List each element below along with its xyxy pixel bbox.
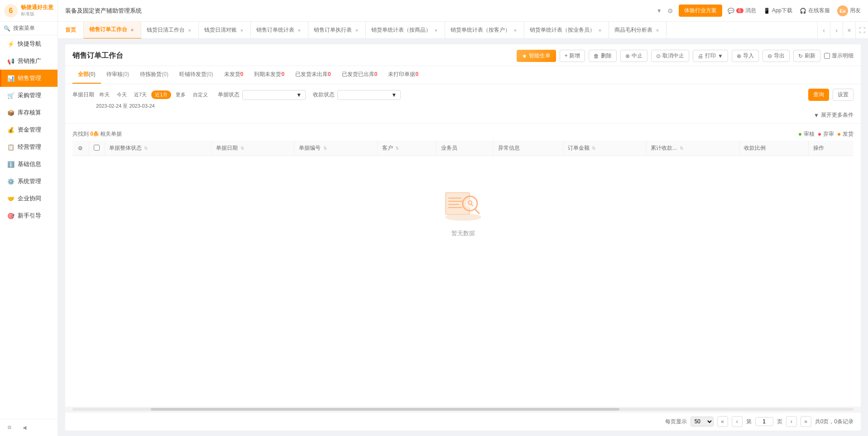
- th-checkbox[interactable]: [89, 141, 104, 156]
- tabs-prev-btn[interactable]: ‹: [817, 22, 830, 39]
- last-page-btn[interactable]: »: [801, 416, 811, 427]
- sub-tab-unshipped[interactable]: 未发货0: [219, 66, 249, 84]
- tab-cash-reconcile[interactable]: 钱货日清对账 ×: [199, 22, 251, 39]
- tabs-maximize-btn[interactable]: ⛶: [855, 22, 868, 39]
- th-cumulative[interactable]: 累计收款... ⇅: [646, 141, 739, 156]
- sub-tab-shop-pending[interactable]: 旺铺待发货(0): [174, 66, 219, 84]
- sub-tab-shipped-out[interactable]: 已发货已出库0: [336, 66, 383, 84]
- approve-action-btn[interactable]: 审核: [799, 130, 815, 138]
- ship-action-btn[interactable]: 发货: [838, 130, 854, 138]
- print-btn[interactable]: 🖨 打印 ▼: [693, 50, 728, 62]
- sidebar-item-inventory[interactable]: 📦 库存核算: [0, 104, 58, 121]
- date-opt-yesterday[interactable]: 昨天: [97, 90, 112, 99]
- solution-button[interactable]: 体验行业方案: [679, 5, 722, 17]
- show-detail-label[interactable]: 显示明细: [824, 52, 854, 60]
- smart-order-btn[interactable]: ★ 智能生单: [517, 50, 556, 62]
- sidebar-item-guide[interactable]: 🎯 新手引导: [0, 207, 58, 224]
- column-settings-icon[interactable]: ⚙: [78, 145, 83, 152]
- date-opt-today[interactable]: 今天: [114, 90, 129, 99]
- tab-sales-stats[interactable]: 销售订单统计表 ×: [251, 22, 308, 39]
- tab-close-btn[interactable]: ×: [597, 27, 603, 33]
- sub-tab-all[interactable]: 全部(0): [72, 66, 101, 84]
- sidebar-settings-btn[interactable]: ⚙: [4, 423, 15, 432]
- date-opt-custom[interactable]: 自定义: [190, 90, 211, 99]
- tab-close-btn[interactable]: ×: [239, 27, 245, 33]
- tab-sales-salesperson[interactable]: 销货单统计表（按业务员） ×: [524, 22, 609, 39]
- date-opt-more[interactable]: 更多: [173, 90, 188, 99]
- sidebar-item-quick-nav[interactable]: ⚡ 快捷导航: [0, 35, 58, 52]
- sidebar-item-label: 快捷导航: [18, 40, 41, 48]
- payment-select[interactable]: ▼: [337, 90, 401, 100]
- sidebar-collapse-btn[interactable]: ◀: [19, 423, 30, 432]
- status-select[interactable]: ▼: [242, 90, 306, 100]
- add-btn[interactable]: + 新增: [560, 50, 585, 62]
- topbar-online-service[interactable]: 🎧 在线客服: [800, 7, 830, 14]
- unapprove-action-btn[interactable]: 弃审: [818, 130, 834, 138]
- topbar-app-download[interactable]: 📱 App下载: [763, 7, 792, 14]
- sidebar-item-system[interactable]: ⚙️ 系统管理: [0, 173, 58, 190]
- select-all-checkbox[interactable]: [94, 145, 100, 151]
- th-salesperson[interactable]: 业务员: [436, 141, 494, 156]
- date-opt-7days[interactable]: 近7天: [131, 90, 149, 99]
- tab-close-btn[interactable]: ×: [187, 27, 193, 33]
- show-detail-checkbox[interactable]: [824, 53, 830, 59]
- first-page-btn[interactable]: «: [717, 416, 728, 427]
- th-status[interactable]: 单据整体状态 ⇅: [104, 141, 211, 156]
- sidebar-item-marketing[interactable]: 📢 营销推广: [0, 52, 58, 70]
- delete-btn[interactable]: 🗑 删除: [589, 50, 617, 62]
- tab-close-btn[interactable]: ×: [296, 27, 302, 33]
- date-opt-1month[interactable]: 近1月: [151, 90, 171, 99]
- prev-page-btn[interactable]: ‹: [732, 416, 743, 427]
- settings-gear-icon[interactable]: ⚙: [667, 7, 673, 14]
- sub-tab-pending-review[interactable]: 待审核(0): [101, 66, 135, 84]
- tab-close-btn[interactable]: ×: [512, 27, 518, 33]
- tabs-next-btn[interactable]: ›: [830, 22, 843, 39]
- sidebar-item-finance[interactable]: 💰 资金管理: [0, 121, 58, 138]
- sidebar-item-search[interactable]: 🔍 搜索菜单: [0, 22, 58, 35]
- sidebar-item-management[interactable]: 📋 经营管理: [0, 138, 58, 156]
- th-number[interactable]: 单据编号 ⇅: [294, 141, 377, 156]
- page-input[interactable]: [755, 417, 773, 426]
- import-btn[interactable]: ⊕ 导入: [732, 50, 759, 62]
- sub-tab-shipped-not-out[interactable]: 已发货未出库0: [290, 66, 336, 84]
- sub-tab-overdue-ship[interactable]: 到期未发货0: [249, 66, 290, 84]
- sidebar-item-cooperation[interactable]: 🤝 企业协同: [0, 190, 58, 207]
- topbar-user[interactable]: Ea 用友: [837, 5, 861, 16]
- tab-close-btn[interactable]: ×: [354, 27, 360, 33]
- tab-close-btn[interactable]: ×: [433, 27, 439, 33]
- scrollbar-thumb[interactable]: [151, 408, 619, 411]
- th-setting[interactable]: ⚙: [72, 141, 89, 156]
- refresh-btn[interactable]: ↻ 刷新: [793, 50, 820, 62]
- th-customer[interactable]: 客户 ⇅: [377, 141, 436, 156]
- sidebar-item-sales[interactable]: 📊 销售管理: [0, 70, 58, 87]
- tab-sales-customer[interactable]: 销货单统计表（按客户） ×: [445, 22, 524, 39]
- tab-home[interactable]: 首页: [58, 22, 84, 39]
- th-payment-ratio[interactable]: 收款比例: [739, 141, 809, 156]
- tab-sales-exec[interactable]: 销售订单执行表 ×: [308, 22, 366, 39]
- th-date[interactable]: 单据日期 ⇅: [211, 141, 294, 156]
- stop-btn[interactable]: ⊗ 中止: [620, 50, 647, 62]
- sidebar-item-purchase[interactable]: 🛒 采购管理: [0, 87, 58, 104]
- tabs-close-all-btn[interactable]: ×: [843, 22, 855, 39]
- dropdown-arrow-icon[interactable]: ▼: [657, 8, 662, 14]
- page-size-select[interactable]: 50 20 100: [691, 417, 714, 427]
- topbar-message[interactable]: 💬 6 消息: [728, 7, 756, 14]
- tab-close-btn[interactable]: ×: [654, 27, 661, 33]
- tab-cash-daily[interactable]: 钱货日清工作台 ×: [141, 22, 199, 39]
- cancel-stop-btn[interactable]: ⊙ 取消中止: [651, 50, 689, 62]
- tab-gross-margin[interactable]: 商品毛利分析表 ×: [609, 22, 667, 39]
- tab-sales-goods[interactable]: 销货单统计表（按商品） ×: [366, 22, 445, 39]
- th-amount[interactable]: 订单金额 ⇅: [563, 141, 646, 156]
- th-exception[interactable]: 异常信息: [494, 141, 563, 156]
- tab-sales-workbench[interactable]: 销售订单工作台 ×: [84, 22, 141, 39]
- expand-conditions-btn[interactable]: ▼ 展开更多条件: [814, 111, 854, 119]
- tab-close-btn[interactable]: ×: [129, 27, 135, 33]
- sub-tab-pending-inspect[interactable]: 待拣验货(0): [134, 66, 174, 84]
- query-btn[interactable]: 查询: [808, 89, 829, 101]
- settings-filter-btn[interactable]: 设置: [833, 89, 854, 101]
- sub-tab-unprinted[interactable]: 未打印单据0: [383, 66, 424, 84]
- export-btn[interactable]: ⊖ 导出: [762, 50, 790, 62]
- horizontal-scrollbar[interactable]: [65, 407, 861, 412]
- sidebar-item-basic-info[interactable]: ℹ️ 基础信息: [0, 156, 58, 173]
- next-page-btn[interactable]: ›: [786, 416, 797, 427]
